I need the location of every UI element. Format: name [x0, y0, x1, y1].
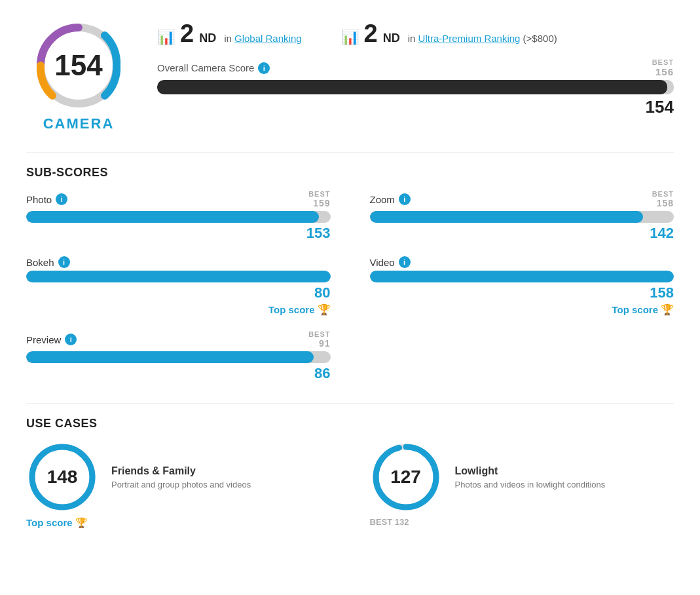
divider-2: [26, 403, 674, 404]
use-cases-grid: 148 Friends & Family Portrait and group …: [26, 441, 674, 529]
sub-score-zoom: Zoom i BEST 158 142: [370, 190, 674, 242]
bokeh-score: 80: [314, 284, 330, 301]
ultra-ranking-link[interactable]: Ultra-Premium Ranking: [418, 33, 521, 44]
photo-name: Photo i: [26, 193, 67, 205]
bokeh-top-score: Top score 🏆: [26, 303, 331, 316]
photo-bar-track: [26, 211, 331, 223]
sub-scores-grid: Photo i BEST 159 153 Zoom i: [26, 190, 674, 396]
global-ranking-link[interactable]: Global Ranking: [234, 33, 302, 44]
preview-info-badge[interactable]: i: [65, 334, 77, 345]
video-bar-track: [370, 271, 674, 282]
preview-name: Preview i: [26, 334, 77, 345]
friends-family-name: Friends & Family: [111, 465, 251, 477]
use-case-friends-family: 148 Friends & Family Portrait and group …: [26, 441, 331, 529]
lowlight-desc: Photos and videos in lowlight conditions: [455, 480, 606, 489]
video-score: 158: [650, 284, 674, 301]
bokeh-name: Bokeh i: [26, 256, 70, 268]
score-label-row: Overall Camera Score i BEST 156: [157, 58, 674, 77]
sub-score-preview: Preview i BEST 91 86: [26, 330, 331, 382]
friends-family-top-score: Top score 🏆: [26, 517, 88, 529]
video-header: Video i: [370, 256, 674, 268]
ultra-ranking-item: 📊 2ND in Ultra-Premium Ranking (>$800): [341, 20, 557, 48]
main-score-circle: 154: [33, 20, 124, 111]
zoom-best-label: BEST 158: [652, 190, 674, 208]
global-rank-number: 2: [180, 20, 194, 48]
lowlight-top: 127 Lowlight Photos and videos in lowlig…: [370, 441, 606, 513]
overall-bar-row: [157, 80, 674, 94]
main-score-value: 154: [54, 49, 102, 82]
ultra-rank-number: 2: [364, 20, 378, 48]
zoom-name: Zoom i: [370, 193, 411, 205]
sub-score-photo: Photo i BEST 159 153: [26, 190, 331, 242]
overall-bar-fill: [157, 80, 667, 94]
zoom-info-badge[interactable]: i: [399, 193, 411, 205]
use-cases-section: USE CASES 148 Friends & Family Portrait …: [26, 417, 674, 529]
video-trophy: 🏆: [661, 303, 674, 316]
camera-label: CAMERA: [43, 115, 115, 132]
friends-family-circle: 148: [26, 441, 98, 513]
photo-header: Photo i BEST 159: [26, 190, 331, 208]
bar-chart-icon: 📊: [157, 29, 175, 46]
global-rank-text: in Global Ranking: [224, 33, 301, 44]
overall-score-label: Overall Camera Score i: [157, 62, 270, 74]
lowlight-best: BEST 132: [370, 517, 409, 527]
photo-best-label: BEST 159: [308, 190, 330, 208]
video-top-score: Top score 🏆: [370, 303, 674, 316]
zoom-bar-fill: [370, 211, 644, 223]
preview-bar-track: [26, 351, 331, 363]
friends-family-desc: Portrait and group photos and videos: [111, 480, 251, 489]
overall-bar-track: [157, 80, 674, 94]
lowlight-name: Lowlight: [455, 465, 606, 477]
overall-info-badge[interactable]: i: [258, 62, 270, 74]
sub-scores-title: SUB-SCORES: [26, 166, 674, 180]
ultra-rank-text: in Ultra-Premium Ranking (>$800): [408, 33, 557, 44]
header-section: 154 CAMERA 📊 2ND in Global Ranking 📊 2ND…: [26, 20, 674, 132]
ranking-row: 📊 2ND in Global Ranking 📊 2ND in Ultra-P…: [157, 20, 674, 48]
global-rank-suffix: ND: [199, 31, 216, 45]
main-score-wrapper: 154 CAMERA: [26, 20, 131, 132]
photo-bar-fill: [26, 211, 319, 223]
global-ranking-item: 📊 2ND in Global Ranking: [157, 20, 302, 48]
lowlight-circle: 127: [370, 441, 442, 513]
zoom-header: Zoom i BEST 158: [370, 190, 674, 208]
friends-family-top: 148 Friends & Family Portrait and group …: [26, 441, 251, 513]
lowlight-info: Lowlight Photos and videos in lowlight c…: [455, 465, 606, 489]
zoom-score: 142: [650, 225, 674, 241]
bokeh-trophy: 🏆: [318, 303, 331, 316]
use-case-lowlight: 127 Lowlight Photos and videos in lowlig…: [370, 441, 674, 529]
video-name: Video i: [370, 256, 411, 268]
bokeh-info-badge[interactable]: i: [58, 256, 70, 268]
ultra-rank-suffix: ND: [383, 31, 400, 45]
friends-family-score: 148: [47, 467, 78, 488]
bar-chart-icon-2: 📊: [341, 29, 359, 46]
lowlight-score: 127: [390, 467, 421, 488]
overall-score-section: Overall Camera Score i BEST 156 154: [157, 58, 674, 117]
sub-scores-section: SUB-SCORES Photo i BEST 159 153: [26, 166, 674, 396]
video-bar-fill: [370, 271, 674, 282]
bokeh-header: Bokeh i: [26, 256, 331, 268]
divider-1: [26, 152, 674, 153]
video-info-badge[interactable]: i: [399, 256, 411, 268]
bokeh-bar-fill: [26, 271, 331, 282]
preview-best-label: BEST 91: [308, 330, 330, 349]
best-label: BEST 156: [652, 58, 674, 77]
sub-score-bokeh: Bokeh i 80 Top score 🏆: [26, 256, 331, 316]
preview-score: 86: [314, 365, 330, 381]
ultra-rank-note: (>$800): [523, 33, 557, 44]
zoom-bar-track: [370, 211, 674, 223]
photo-score: 153: [306, 225, 331, 241]
friends-family-info: Friends & Family Portrait and group phot…: [111, 465, 251, 489]
preview-header: Preview i BEST 91: [26, 330, 331, 349]
photo-info-badge[interactable]: i: [56, 193, 67, 205]
use-cases-title: USE CASES: [26, 417, 674, 431]
overall-score-value: 154: [646, 97, 674, 117]
rankings-section: 📊 2ND in Global Ranking 📊 2ND in Ultra-P…: [157, 20, 674, 117]
bokeh-bar-track: [26, 271, 331, 282]
preview-bar-fill: [26, 351, 314, 363]
sub-score-video: Video i 158 Top score 🏆: [370, 256, 674, 316]
